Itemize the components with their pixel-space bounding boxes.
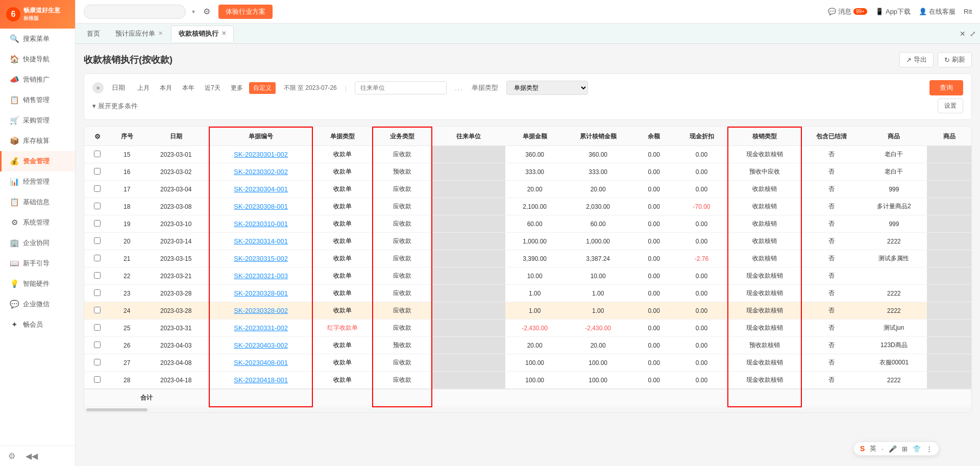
sidebar-item-purchase[interactable]: 🛒 采购管理 [0,110,75,131]
gear-icon[interactable]: ⚙ [203,7,210,16]
cell-voucher-no[interactable]: SK-20230408-001 [209,354,312,372]
row-checkbox[interactable] [94,220,101,227]
close-icon[interactable]: ✕ [222,30,226,37]
voucher-no-link[interactable]: SK-20230304-001 [234,185,288,193]
tab-collection[interactable]: 收款核销执行 ✕ [171,26,234,42]
filter-expand-button[interactable]: » [92,82,104,93]
table-row[interactable]: 20 2023-03-14 SK-20230314-001 收款单 应收款 ██… [84,233,971,250]
row-checkbox[interactable] [94,307,101,313]
close-all-icon[interactable]: ✕ [960,30,966,38]
cell-voucher-no[interactable]: SK-20230331-002 [209,320,312,337]
cell-voucher-no[interactable]: SK-20230301-002 [209,146,312,163]
voucher-no-link[interactable]: SK-20230315-002 [234,255,288,262]
settings-icon[interactable]: ⚙ [8,451,15,461]
voucher-no-link[interactable]: SK-20230331-002 [234,324,288,332]
voucher-no-link[interactable]: SK-20230321-003 [234,272,288,280]
row-checkbox[interactable] [94,272,101,279]
voucher-no-link[interactable]: SK-20230301-002 [234,151,288,158]
close-icon[interactable]: ✕ [158,30,163,37]
online-service-button[interactable]: 👤 在线客服 [919,7,955,16]
cell-checkbox[interactable] [84,146,111,163]
refresh-button[interactable]: ↻ 刷新 [938,52,972,67]
table-row[interactable]: 27 2023-04-08 SK-20230408-001 收款单 应收款 ██… [84,354,971,372]
collapse-icon[interactable]: ◀◀ [26,451,38,461]
cell-checkbox[interactable] [84,233,111,250]
sidebar-item-search[interactable]: 🔍 搜索菜单 [0,29,75,49]
sidebar-item-member[interactable]: ✦ 畅会员 [0,314,75,335]
this-month-button[interactable]: 本月 [156,82,176,94]
voucher-no-link[interactable]: SK-20230408-001 [234,359,288,366]
sidebar-item-operations[interactable]: 📊 经营管理 [0,171,75,192]
app-download-button[interactable]: 📱 App下载 [875,7,911,16]
voucher-no-link[interactable]: SK-20230308-001 [234,203,288,210]
cell-voucher-no[interactable]: SK-20230328-002 [209,302,312,320]
cell-checkbox[interactable] [84,163,111,181]
row-checkbox[interactable] [94,168,101,175]
party-filter-input[interactable] [355,81,447,94]
last-7-days-button[interactable]: 近7天 [201,82,225,94]
grid-icon[interactable]: ⊞ [902,445,908,453]
sidebar-item-system[interactable]: ⚙ 系统管理 [0,212,75,233]
more-date-button[interactable]: 更多 [227,82,247,94]
shirt-icon[interactable]: 👕 [913,445,921,453]
cell-voucher-no[interactable]: SK-20230321-003 [209,267,312,285]
chevron-down-icon[interactable]: ▾ [192,8,195,15]
tab-home[interactable]: 首页 [80,26,107,42]
cell-checkbox[interactable] [84,267,111,285]
table-row[interactable]: 19 2023-03-10 SK-20230310-001 收款单 应收款 ██… [84,215,971,233]
cell-checkbox[interactable] [84,198,111,215]
more-options-icon[interactable]: ... [455,84,463,92]
cell-checkbox[interactable] [84,302,111,320]
row-checkbox[interactable] [94,203,101,209]
table-row[interactable]: 26 2023-04-03 SK-20230403-002 收款单 预收款 ██… [84,337,971,354]
cell-voucher-no[interactable]: SK-20230315-002 [209,250,312,267]
sidebar-item-finance[interactable]: 💰 资金管理 [0,151,75,171]
voucher-no-link[interactable]: SK-20230314-001 [234,237,288,245]
sidebar-item-inventory[interactable]: 📦 库存核算 [0,131,75,151]
cell-voucher-no[interactable]: SK-20230304-001 [209,181,312,198]
tab-prepay[interactable]: 预计应应付单 ✕ [108,26,170,42]
row-checkbox[interactable] [94,376,101,383]
search-input[interactable] [84,5,186,19]
sidebar-item-enterprise[interactable]: 🏢 企业协同 [0,233,75,253]
sidebar-item-quick-nav[interactable]: 🏠 快捷导航 [0,49,75,69]
row-checkbox[interactable] [94,185,101,192]
mic-icon[interactable]: 🎤 [889,445,897,453]
sidebar-item-wechat[interactable]: 💬 企业微信 [0,294,75,314]
horizontal-scrollbar[interactable] [84,407,971,412]
sidebar-item-basic[interactable]: 📋 基础信息 [0,192,75,212]
last-month-button[interactable]: 上月 [133,82,154,94]
message-button[interactable]: 💬 消息 99+ [828,7,867,16]
cell-voucher-no[interactable]: SK-20230328-001 [209,285,312,302]
cell-voucher-no[interactable]: SK-20230302-002 [209,163,312,181]
voucher-no-link[interactable]: SK-20230418-001 [234,376,288,384]
cell-checkbox[interactable] [84,250,111,267]
voucher-no-link[interactable]: SK-20230302-002 [234,168,288,176]
table-row[interactable]: 18 2023-03-08 SK-20230308-001 收款单 应收款 ██… [84,198,971,215]
user-name[interactable]: Rit [964,8,972,15]
voucher-no-link[interactable]: SK-20230328-001 [234,289,288,297]
table-row[interactable]: 15 2023-03-01 SK-20230301-002 收款单 应收款 ██… [84,146,971,163]
scrollbar-thumb[interactable] [86,408,148,411]
row-checkbox[interactable] [94,255,101,261]
row-checkbox[interactable] [94,237,101,244]
th-gear[interactable]: ⚙ [84,127,111,146]
industry-solution-button[interactable]: 体验行业方案 [218,5,273,19]
table-row[interactable]: 17 2023-03-04 SK-20230304-001 收款单 应收款 ██… [84,181,971,198]
cell-voucher-no[interactable]: SK-20230314-001 [209,233,312,250]
row-checkbox[interactable] [94,324,101,331]
this-year-button[interactable]: 本年 [178,82,199,94]
cell-checkbox[interactable] [84,285,111,302]
cell-voucher-no[interactable]: SK-20230308-001 [209,198,312,215]
row-checkbox[interactable] [94,341,101,348]
export-button[interactable]: ↗ 导出 [899,52,934,67]
filter-settings-button[interactable]: 设置 [938,99,963,113]
table-row[interactable]: 22 2023-03-21 SK-20230321-003 收款单 应收款 ██… [84,267,971,285]
cell-checkbox[interactable] [84,354,111,372]
row-checkbox[interactable] [94,289,101,296]
voucher-type-select[interactable]: 单据类型 [506,81,588,95]
custom-date-button[interactable]: 自定义 [249,82,276,94]
sidebar-item-marketing[interactable]: 📣 营销推广 [0,69,75,90]
maximize-icon[interactable]: ⤢ [970,30,976,38]
table-row[interactable]: 28 2023-04-18 SK-20230418-001 收款单 应收款 ██… [84,372,971,389]
